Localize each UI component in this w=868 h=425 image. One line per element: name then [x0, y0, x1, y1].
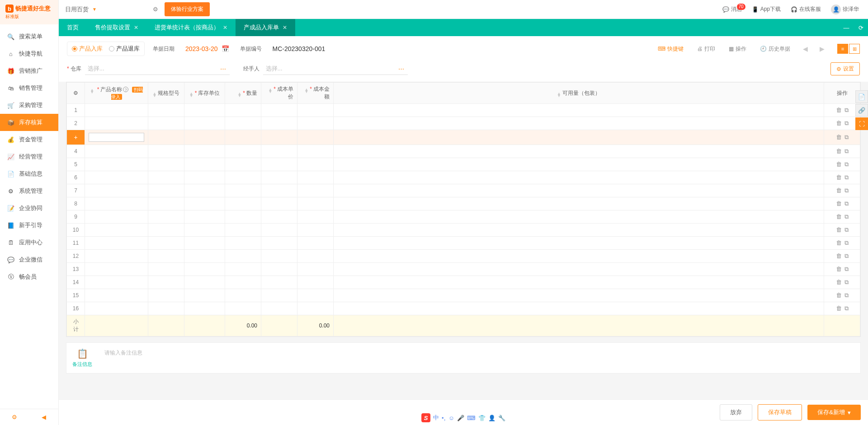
price-cell[interactable] [261, 104, 297, 117]
qty-cell[interactable] [225, 184, 261, 197]
qty-cell[interactable] [225, 104, 261, 117]
copy-icon[interactable]: ⧉ [843, 134, 850, 140]
price-cell[interactable] [261, 184, 297, 197]
unit-cell[interactable] [184, 302, 225, 315]
spec-cell[interactable] [148, 184, 184, 197]
avail-cell[interactable] [334, 302, 824, 315]
spec-cell[interactable] [148, 263, 184, 276]
nav-item-note[interactable]: 📝企业协同 [0, 200, 58, 217]
view-card-button[interactable]: ⊞ [849, 44, 860, 54]
copy-icon[interactable]: ⧉ [843, 107, 850, 113]
store-settings-icon[interactable]: ⚙ [151, 4, 160, 14]
spec-cell[interactable] [148, 250, 184, 263]
product-name-cell[interactable] [85, 289, 148, 302]
copy-icon[interactable]: ⧉ [843, 239, 850, 246]
tab-2[interactable]: 进货单统计表（按商品）✕ [146, 19, 236, 36]
avail-cell[interactable] [334, 289, 824, 302]
tab-0[interactable]: 首页 [59, 19, 87, 36]
app-download-link[interactable]: 📱 App下载 [749, 5, 783, 13]
delete-icon[interactable]: 🗑 [835, 134, 843, 140]
shortcut-link[interactable]: ⌨ 快捷键 [655, 43, 686, 55]
add-row-button[interactable]: + [67, 130, 85, 145]
tab-minimize-button[interactable]: — [839, 19, 854, 36]
table-row[interactable]: 2🗑⧉ [67, 117, 860, 130]
avail-cell[interactable] [334, 104, 824, 117]
tab-3[interactable]: 产成品入库单✕ [236, 19, 295, 36]
handler-select[interactable]: 选择... ⋯ [263, 63, 408, 75]
qty-cell[interactable] [225, 289, 261, 302]
amount-cell[interactable] [297, 302, 334, 315]
qty-cell[interactable] [225, 210, 261, 224]
avail-cell[interactable] [334, 276, 824, 289]
trial-solution-button[interactable]: 体验行业方案 [165, 2, 210, 16]
delete-icon[interactable]: 🗑 [835, 174, 843, 181]
col-available[interactable]: ▲▼可用量（包装） [334, 83, 824, 104]
nav-item-guide[interactable]: 📘新手引导 [0, 217, 58, 234]
delete-icon[interactable]: 🗑 [835, 305, 843, 312]
amount-cell[interactable] [297, 130, 334, 145]
table-row[interactable]: 4🗑⧉ [67, 145, 860, 158]
ime-user-icon[interactable]: 👤 [488, 415, 495, 421]
product-name-cell[interactable] [85, 145, 148, 158]
unit-cell[interactable] [184, 117, 225, 130]
avail-cell[interactable] [334, 158, 824, 171]
print-link[interactable]: 🖨 打印 [694, 43, 718, 55]
float-tool-1[interactable]: 📄 [855, 90, 868, 103]
date-value[interactable]: 2023-03-20 📅 [183, 43, 232, 54]
copy-icon[interactable]: ⧉ [843, 266, 850, 272]
qty-cell[interactable] [225, 145, 261, 158]
spec-cell[interactable] [148, 224, 184, 237]
avail-cell[interactable] [334, 197, 824, 210]
delete-icon[interactable]: 🗑 [835, 148, 843, 154]
spec-cell[interactable] [148, 117, 184, 130]
ime-emoji-icon[interactable]: ☺ [448, 415, 454, 421]
col-product-name[interactable]: ▲▼ *产品名称? 扫码录入 [85, 83, 148, 104]
spec-cell[interactable] [148, 289, 184, 302]
avail-cell[interactable] [334, 117, 824, 130]
close-icon[interactable]: ✕ [134, 24, 138, 31]
table-row[interactable]: 6🗑⧉ [67, 171, 860, 184]
nav-item-app[interactable]: 🗓应用中心 [0, 234, 58, 251]
price-cell[interactable] [261, 224, 297, 237]
copy-icon[interactable]: ⧉ [843, 226, 850, 233]
table-row[interactable]: 14🗑⧉ [67, 276, 860, 289]
table-row[interactable]: 10🗑⧉ [67, 224, 860, 237]
col-price[interactable]: ▲▼*成本单价 [261, 83, 297, 104]
settings-icon[interactable]: ⚙ [0, 409, 29, 425]
table-row[interactable]: +🗑⧉ [67, 130, 860, 145]
nav-item-wechat[interactable]: 💬企业微信 [0, 251, 58, 268]
product-name-cell[interactable] [85, 250, 148, 263]
col-qty[interactable]: ▲▼*数量 [225, 83, 261, 104]
collapse-icon[interactable]: ◀ [29, 409, 59, 425]
delete-icon[interactable]: 🗑 [835, 279, 843, 285]
col-settings[interactable]: ⚙ [67, 83, 85, 104]
unit-cell[interactable] [184, 197, 225, 210]
unit-cell[interactable] [184, 184, 225, 197]
ime-punct-icon[interactable]: •ˌ [442, 415, 446, 421]
close-icon[interactable]: ✕ [283, 24, 287, 31]
price-cell[interactable] [261, 117, 297, 130]
avail-cell[interactable] [334, 184, 824, 197]
unit-cell[interactable] [184, 237, 225, 250]
view-list-button[interactable]: ≡ [837, 44, 848, 54]
spec-cell[interactable] [148, 210, 184, 224]
spec-cell[interactable] [148, 171, 184, 184]
product-name-cell[interactable] [85, 263, 148, 276]
copy-icon[interactable]: ⧉ [843, 292, 850, 299]
table-row[interactable]: 5🗑⧉ [67, 158, 860, 171]
copy-icon[interactable]: ⧉ [843, 174, 850, 181]
product-name-cell[interactable] [85, 197, 148, 210]
price-cell[interactable] [261, 171, 297, 184]
delete-icon[interactable]: 🗑 [835, 107, 843, 113]
amount-cell[interactable] [297, 210, 334, 224]
spec-cell[interactable] [148, 197, 184, 210]
copy-icon[interactable]: ⧉ [843, 200, 850, 207]
history-link[interactable]: 🕘 历史单据 [757, 43, 793, 55]
delete-icon[interactable]: 🗑 [835, 292, 843, 299]
price-cell[interactable] [261, 197, 297, 210]
nav-item-box[interactable]: 📦库存核算 [0, 114, 58, 131]
amount-cell[interactable] [297, 250, 334, 263]
copy-icon[interactable]: ⧉ [843, 148, 850, 154]
table-row[interactable]: 7🗑⧉ [67, 184, 860, 197]
copy-icon[interactable]: ⧉ [843, 187, 850, 194]
